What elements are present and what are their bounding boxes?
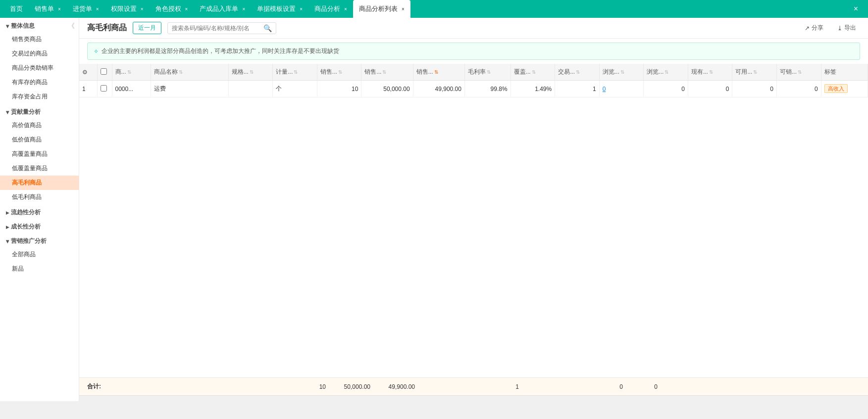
sidebar-item-high-margin[interactable]: 高毛利商品 [0,176,79,190]
cell-checkbox[interactable] [97,81,112,97]
sidebar-group-trend[interactable]: ▸ 流趋性分析 [0,204,79,219]
share-icon: ↗ [805,25,810,32]
sidebar-collapse-button[interactable]: 《 [68,22,75,31]
col-spec: 规格...⇅ [228,64,273,81]
sidebar-item-low-margin[interactable]: 低毛利商品 [0,190,79,204]
cell-code: 0000... [112,81,151,97]
sidebar-group-overall[interactable]: ▾ 整体信息 [0,18,79,32]
sidebar-item-high-value[interactable]: 高价值商品 [0,118,79,133]
cell-current-stock: 0 [688,81,732,97]
col-name: 商品名称⇅ [151,64,228,81]
share-button[interactable]: ↗ 分享 [801,22,827,34]
export-icon: ⤓ [837,25,842,32]
table-container: ⚙ 商...⇅ 商品名称⇅ 规格...⇅ 计量...⇅ 销售...⇅ 销售...… [79,64,868,377]
col-sales-profit: 销售...⇅ [413,64,464,81]
chevron-down-icon: ▾ [6,109,9,116]
col-sales-amount: 销售...⇅ [361,64,413,81]
row-checkbox[interactable] [101,85,107,92]
close-icon[interactable]: × [344,6,347,12]
sidebar-group-contribution[interactable]: ▾ 贡献量分析 [0,104,79,118]
total-sales-amount: 50,000.00 [330,383,374,390]
sidebar-item-stock-capital[interactable]: 库存资金占用 [0,90,79,104]
col-sellable-stock: 可销...⇅ [777,64,821,81]
cell-coverage: 1.49% [511,81,555,97]
close-icon[interactable]: × [300,6,303,12]
col-settings[interactable]: ⚙ [79,64,97,81]
cell-spec [228,81,273,97]
info-icon: ✧ [94,48,99,55]
info-banner: ✧ 企业的主要的利润都是这部分商品创造的，可考虑加大推广，同时关注库存是不要出现… [87,43,860,60]
total-transaction: 1 [488,383,523,390]
sidebar-item-sales-goods[interactable]: 销售类商品 [0,32,79,47]
sidebar: 《 ▾ 整体信息 销售类商品 交易过的商品 商品分类助销率 有库存的商品 库存资… [0,18,79,401]
product-table: ⚙ 商...⇅ 商品名称⇅ 规格...⇅ 计量...⇅ 销售...⇅ 销售...… [79,64,868,97]
sidebar-item-stocked-goods[interactable]: 有库存的商品 [0,75,79,90]
nav-role-auth[interactable]: 角色授权 × [150,0,194,18]
col-gross-margin: 毛利率⇅ [464,64,511,81]
sidebar-item-low-coverage[interactable]: 低覆盖量商品 [0,161,79,176]
nav-sales-order[interactable]: 销售单 × [29,0,67,18]
sidebar-item-all-goods[interactable]: 全部商品 [0,247,79,262]
col-coverage: 覆盖...⇅ [511,64,555,81]
select-all-checkbox[interactable] [101,68,107,75]
content-header: 高毛利商品 近一月 🔍 ↗ 分享 ⤓ 导出 [79,18,868,39]
col-current-stock: 现有...⇅ [688,64,732,81]
col-checkbox[interactable] [97,64,112,81]
close-icon[interactable]: × [141,6,144,12]
sidebar-item-traded-goods[interactable]: 交易过的商品 [0,47,79,61]
cell-transaction: 1 [555,81,600,97]
total-sales-profit: 49,900.00 [374,383,419,390]
sidebar-group-marketing[interactable]: ▾ 营销推广分析 [0,233,79,247]
close-icon[interactable]: × [185,6,188,12]
col-available-stock: 可用...⇅ [732,64,777,81]
main-layout: 《 ▾ 整体信息 销售类商品 交易过的商品 商品分类助销率 有库存的商品 库存资… [0,18,868,401]
col-transaction: 交易...⇅ [555,64,600,81]
table-row: 1 0000... 运费 个 10 50,000.00 49,900.00 99… [79,81,868,97]
window-close-button[interactable]: × [848,4,864,13]
cell-browse2: 0 [644,81,688,97]
sidebar-item-new-goods[interactable]: 新品 [0,262,79,276]
export-button[interactable]: ⤓ 导出 [833,22,860,34]
cell-gross-margin: 99.8% [464,81,511,97]
cell-sellable-stock: 0 [777,81,821,97]
col-unit: 计量...⇅ [273,64,317,81]
cell-sales-qty: 10 [317,81,361,97]
col-browse2: 浏览...⇅ [644,64,688,81]
table-header-row: ⚙ 商...⇅ 商品名称⇅ 规格...⇅ 计量...⇅ 销售...⇅ 销售...… [79,64,868,81]
nav-production-inbound[interactable]: 产成品入库单 × [194,0,251,18]
nav-template-settings[interactable]: 单据模板设置 × [251,0,308,18]
nav-purchase-order[interactable]: 进货单 × [67,0,105,18]
totals-bar: 合计: 10 50,000.00 49,900.00 1 0 0 [79,377,868,395]
search-box: 🔍 [167,22,276,34]
sidebar-item-low-value[interactable]: 低价值商品 [0,133,79,147]
chevron-down-icon: ▾ [6,238,9,245]
search-icon[interactable]: 🔍 [263,24,272,32]
nav-home[interactable]: 首页 [4,0,29,18]
close-icon[interactable]: × [242,6,245,12]
total-sales-qty: 10 [295,383,330,390]
nav-permissions[interactable]: 权限设置 × [105,0,150,18]
col-code: 商...⇅ [112,64,151,81]
cell-tag: 高收入 [821,81,868,97]
nav-product-analysis-list[interactable]: 商品分析列表 × [353,0,410,18]
totals-label: 合计: [87,382,101,391]
cell-index: 1 [79,81,97,97]
sidebar-group-growth[interactable]: ▸ 成长性分析 [0,219,79,233]
nav-product-analysis[interactable]: 商品分析 × [308,0,353,18]
close-icon[interactable]: × [58,6,61,12]
search-input[interactable] [172,25,260,32]
total-current-stock: 0 [592,383,627,390]
chevron-right-icon: ▸ [6,209,9,216]
cell-browse1[interactable]: 0 [599,81,644,97]
cell-unit: 个 [273,81,317,97]
close-icon[interactable]: × [96,6,99,12]
col-tag: 标签 [821,64,868,81]
cell-sales-profit: 49,900.00 [413,81,464,97]
sidebar-item-high-coverage[interactable]: 高覆盖量商品 [0,147,79,161]
horizontal-scrollbar[interactable] [79,395,868,401]
cell-available-stock: 0 [732,81,777,97]
sidebar-item-category-rate[interactable]: 商品分类助销率 [0,61,79,75]
recent-month-button[interactable]: 近一月 [133,22,161,34]
close-icon[interactable]: × [402,6,405,12]
col-sales-qty: 销售...⇅ [317,64,361,81]
